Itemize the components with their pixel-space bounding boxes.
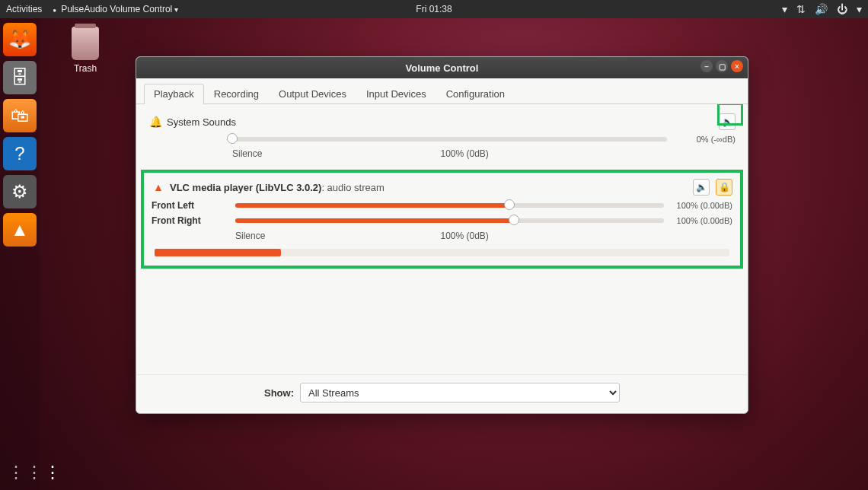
launcher-files-icon[interactable]: 🗄: [3, 61, 37, 94]
channel-label: Front Left: [152, 200, 228, 211]
window-maximize-button[interactable]: ▢: [716, 60, 728, 72]
launcher-settings-icon[interactable]: ⚙: [3, 175, 37, 208]
window-title: Volume Control: [406, 62, 479, 74]
launcher-software-icon[interactable]: 🛍: [3, 99, 37, 132]
desktop-trash[interactable]: Trash: [62, 27, 108, 74]
trash-icon: [72, 27, 99, 60]
volume-value: 100% (0.00dB): [672, 201, 732, 210]
channel-label: Front Right: [152, 215, 228, 226]
stream-vlc: ▲ VLC media player (LibVLC 3.0.2) : audi…: [152, 179, 732, 256]
show-filter-select[interactable]: All Streams: [300, 383, 620, 402]
top-bar: Activities PulseAudio Volume Control Fri…: [0, 0, 868, 18]
clock[interactable]: Fri 01:38: [416, 4, 452, 14]
tab-playback[interactable]: Playback: [144, 84, 204, 104]
network-icon[interactable]: ⇅: [796, 3, 806, 15]
vlc-icon: ▲: [152, 181, 165, 193]
mute-button[interactable]: 🔈: [693, 179, 710, 196]
trash-label: Trash: [62, 63, 108, 74]
tab-recording[interactable]: Recording: [204, 84, 269, 104]
lock-channels-button[interactable]: 🔒: [716, 179, 732, 196]
highlight-lock-annotation: [717, 104, 743, 126]
channel-row-front-right: Front Right 100% (0.00dB): [152, 215, 732, 226]
volume-slider-front-right[interactable]: [235, 218, 664, 223]
window-titlebar[interactable]: Volume Control – ▢ ×: [136, 57, 748, 78]
system-sounds-icon: 🔔: [148, 116, 162, 128]
volume-value: 0% (-∞dB): [675, 135, 736, 144]
sound-icon[interactable]: 🔊: [815, 3, 828, 15]
app-indicator[interactable]: PulseAudio Volume Control: [53, 4, 178, 14]
power-icon[interactable]: ⏻: [837, 3, 847, 15]
footer-bar: Show: All Streams: [136, 374, 748, 413]
stream-title: System Sounds: [167, 116, 236, 128]
launcher-help-icon[interactable]: ?: [3, 137, 37, 170]
stream-system-sounds: 🔔 System Sounds 🔈 0% (-∞dB) Silence 100%…: [148, 113, 736, 159]
tab-configuration[interactable]: Configuration: [436, 84, 515, 104]
tab-output-devices[interactable]: Output Devices: [269, 84, 356, 104]
launcher-firefox-icon[interactable]: 🦊: [3, 23, 37, 56]
stream-desc: : audio stream: [321, 182, 384, 193]
tab-bar: Playback Recording Output Devices Input …: [136, 78, 748, 104]
tray-vlc-icon[interactable]: ▾: [782, 3, 787, 15]
volume-slider[interactable]: [232, 137, 667, 142]
tab-input-devices[interactable]: Input Devices: [356, 84, 436, 104]
window-minimize-button[interactable]: –: [700, 60, 713, 72]
activities-button[interactable]: Activities: [6, 4, 42, 14]
show-label: Show:: [264, 387, 294, 399]
scale-silence: Silence: [232, 148, 262, 159]
channel-row-front-left: Front Left 100% (0.00dB): [152, 200, 732, 211]
launcher-vlc-icon[interactable]: ▲: [3, 213, 37, 247]
system-menu-chevron-icon[interactable]: ▾: [857, 3, 862, 15]
volume-value: 100% (0.00dB): [672, 216, 732, 225]
window-close-button[interactable]: ×: [731, 60, 743, 72]
vu-meter: [155, 249, 729, 256]
volume-control-window: Volume Control – ▢ × Playback Recording …: [136, 56, 748, 414]
scale-100: 100% (0dB): [440, 231, 488, 241]
scale-100: 100% (0dB): [440, 148, 488, 159]
volume-slider-front-left[interactable]: [235, 203, 664, 208]
highlighted-vlc-stream: ▲ VLC media player (LibVLC 3.0.2) : audi…: [141, 170, 743, 269]
launcher-dock: 🦊 🗄 🛍 ? ⚙ ▲: [0, 18, 40, 490]
scale-silence: Silence: [235, 231, 265, 241]
playback-content: 🔔 System Sounds 🔈 0% (-∞dB) Silence 100%…: [136, 104, 748, 413]
stream-title: VLC media player (LibVLC 3.0.2): [170, 182, 321, 193]
